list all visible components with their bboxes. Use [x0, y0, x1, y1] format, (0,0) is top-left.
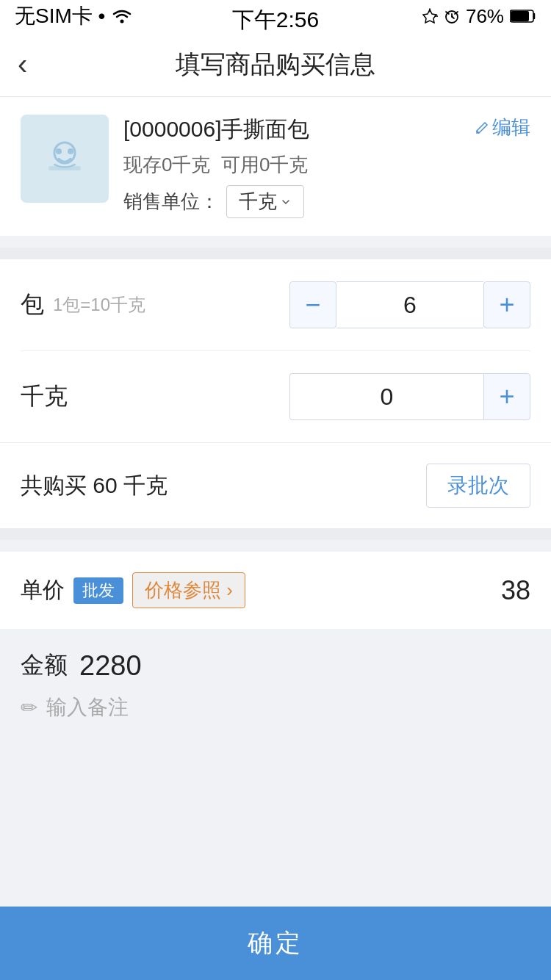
unit-select[interactable]: 千克: [226, 185, 304, 218]
product-stock: 现存0千克 可用0千克: [123, 152, 530, 178]
product-logo: [43, 137, 87, 181]
product-name-row: [0000006]手撕面包 编辑: [123, 115, 530, 145]
price-value: 38: [501, 575, 530, 606]
kg-quantity-controls: +: [289, 373, 530, 420]
svg-rect-3: [511, 11, 529, 21]
remark-row[interactable]: ✏ 输入备注: [21, 693, 530, 721]
price-label: 单价: [21, 575, 65, 605]
product-name: [0000006]手撕面包: [123, 115, 309, 145]
bag-decrease-button[interactable]: −: [289, 281, 336, 328]
amount-label: 金额: [21, 649, 68, 682]
chevron-down-icon: [280, 196, 292, 208]
status-carrier: 无SIM卡 •: [15, 2, 133, 30]
svg-point-6: [68, 148, 73, 154]
total-row: 共购买 60 千克 录批次: [0, 442, 551, 528]
bag-quantity-row: 包 1包=10千克 − +: [21, 259, 530, 351]
bag-hint: 1包=10千克: [53, 293, 145, 317]
kg-increase-button[interactable]: +: [483, 373, 530, 420]
alarm-icon: [444, 8, 460, 24]
product-image: [21, 115, 109, 203]
status-time: 下午2:56: [232, 5, 319, 35]
price-ref-button[interactable]: 价格参照 ›: [132, 572, 245, 608]
separator-1: [0, 248, 551, 259]
kg-label: 千克: [21, 381, 68, 413]
price-label-row: 单价 批发 价格参照 ›: [21, 572, 245, 608]
carrier-text: 无SIM卡 •: [15, 2, 105, 30]
bag-label: 包 1包=10千克: [21, 289, 145, 321]
nav-bar: ‹ 填写商品购买信息: [0, 32, 551, 97]
location-icon: [422, 8, 438, 24]
confirm-button[interactable]: 确定: [0, 907, 551, 980]
product-unit-row: 销售单位： 千克: [123, 185, 530, 218]
bag-quantity-input[interactable]: [336, 281, 483, 328]
status-bar: 无SIM卡 • 下午2:56 76%: [0, 0, 551, 32]
svg-rect-7: [48, 166, 81, 170]
product-card: [0000006]手撕面包 编辑 现存0千克 可用0千克 销售单位： 千克: [0, 97, 551, 236]
price-tag: 批发: [73, 577, 123, 604]
bag-quantity-controls: − +: [289, 281, 530, 328]
edit-button[interactable]: 编辑: [475, 115, 530, 140]
kg-quantity-input[interactable]: [289, 373, 483, 420]
status-right: 76%: [422, 5, 536, 28]
svg-point-5: [56, 148, 62, 154]
bag-increase-button[interactable]: +: [483, 281, 530, 328]
total-text: 共购买 60 千克: [21, 471, 168, 501]
svg-point-0: [120, 20, 124, 24]
quantity-section: 包 1包=10千克 − + 千克 +: [0, 259, 551, 442]
amount-row: 金额 2280: [21, 649, 530, 682]
battery-icon: [510, 9, 536, 24]
price-section: 单价 批发 价格参照 › 38: [0, 552, 551, 629]
kg-quantity-row: 千克 +: [21, 351, 530, 442]
remark-placeholder: 输入备注: [46, 693, 129, 721]
page-title: 填写商品购买信息: [176, 48, 375, 82]
amount-section: 金额 2280 ✏ 输入备注: [0, 629, 551, 733]
battery-percent: 76%: [466, 5, 504, 28]
amount-value: 2280: [79, 650, 142, 682]
separator-2: [0, 528, 551, 540]
back-button[interactable]: ‹: [18, 48, 27, 81]
edit-icon: [475, 120, 489, 135]
batch-button[interactable]: 录批次: [426, 464, 530, 508]
product-info: [0000006]手撕面包 编辑 现存0千克 可用0千克 销售单位： 千克: [123, 115, 530, 218]
wifi-icon: [111, 8, 133, 24]
pencil-icon: ✏: [21, 696, 37, 720]
